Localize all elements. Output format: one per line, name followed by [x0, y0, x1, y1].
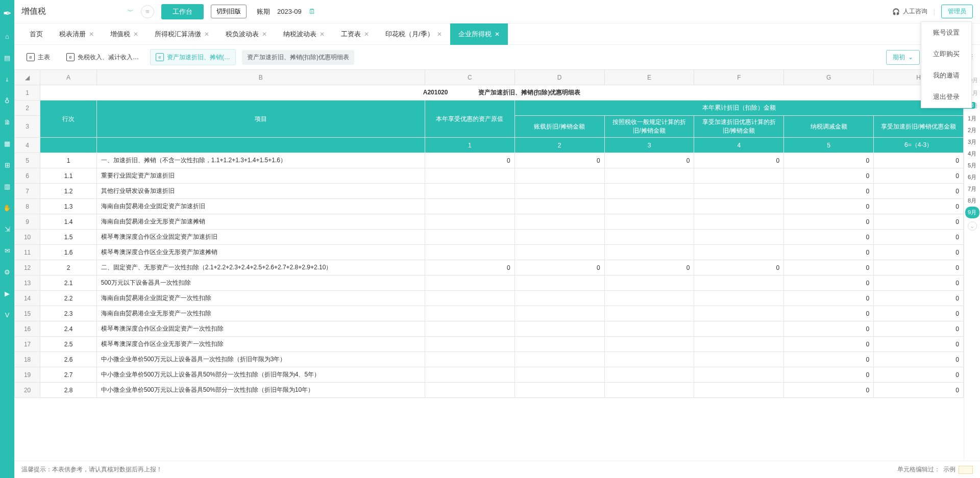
col-header[interactable]: B	[96, 70, 425, 85]
cell[interactable]: 0	[874, 337, 964, 352]
cell[interactable]: 横琴粤澳深度合作区企业无形资产一次性扣除	[96, 337, 425, 352]
ledger-icon[interactable]: ▦	[2, 138, 13, 149]
calc-icon[interactable]: ▥	[2, 181, 13, 192]
tab-印花税（月/季）[interactable]: 印花税（月/季）✕	[377, 23, 450, 45]
cell[interactable]: 0	[874, 230, 964, 245]
row-header[interactable]: 16	[15, 321, 40, 337]
cell[interactable]	[514, 352, 604, 367]
menu-item-account[interactable]: 账号设置	[921, 22, 971, 43]
row-header[interactable]: 3	[15, 116, 40, 138]
close-icon[interactable]: ✕	[495, 31, 500, 38]
row-header[interactable]: 6	[15, 168, 40, 184]
cell[interactable]: 2	[514, 138, 604, 153]
row-header[interactable]: 17	[15, 337, 40, 352]
workbench-button[interactable]: 工作台	[161, 4, 204, 19]
cell[interactable]: 本年累计折旧（扣除）金额	[514, 100, 963, 116]
cell[interactable]: 0	[514, 260, 604, 275]
cell[interactable]: 0	[784, 321, 874, 337]
row-header[interactable]: 5	[15, 153, 40, 168]
cell[interactable]: 0	[784, 367, 874, 383]
menu-item-logout[interactable]: 退出登录	[921, 86, 971, 108]
cell[interactable]	[694, 230, 784, 245]
cell[interactable]	[514, 337, 604, 352]
row-header[interactable]: 19	[15, 367, 40, 383]
cell[interactable]: 横琴粤澳深度合作区企业固定资产加速折旧	[96, 230, 425, 245]
cell[interactable]	[425, 168, 514, 184]
sheet-tab-active[interactable]: e 资产加速折旧、摊销(…	[150, 49, 236, 65]
cell[interactable]: 2.5	[40, 337, 97, 352]
cell[interactable]: 0	[874, 321, 964, 337]
col-header[interactable]: D	[514, 70, 604, 85]
cell[interactable]	[604, 321, 694, 337]
cell[interactable]: 2.2	[40, 291, 97, 306]
cell[interactable]	[425, 245, 514, 260]
row-header[interactable]: 18	[15, 352, 40, 367]
close-icon[interactable]: ✕	[364, 31, 369, 38]
col-header[interactable]: G	[784, 70, 874, 85]
cell[interactable]: 享受加速折旧/摊销优惠金额	[874, 116, 964, 138]
cell[interactable]	[40, 138, 97, 153]
cell[interactable]: 0	[784, 383, 874, 398]
row-header[interactable]: 14	[15, 291, 40, 306]
inbox-icon[interactable]: ✉	[2, 245, 13, 256]
cell[interactable]: 0	[874, 306, 964, 321]
row-header[interactable]: 11	[15, 245, 40, 260]
cell[interactable]: 0	[784, 230, 874, 245]
row-header[interactable]: 10	[15, 230, 40, 245]
month-item[interactable]: 4月	[965, 148, 979, 160]
cell[interactable]: 2.3	[40, 306, 97, 321]
cell[interactable]: 行次	[40, 100, 97, 138]
cell[interactable]	[604, 230, 694, 245]
month-item[interactable]: 8月	[965, 195, 979, 207]
row-header[interactable]: 4	[15, 138, 40, 153]
month-item[interactable]: 2月	[965, 124, 979, 136]
cell[interactable]: 中小微企业单价500万元以上设备器具一次性扣除（折旧年限为3年）	[96, 352, 425, 367]
cell[interactable]	[514, 321, 604, 337]
sheet-tab-main[interactable]: e 主表	[21, 49, 55, 65]
cell[interactable]: 中小微企业单价500万元以上设备器具50%部分一次性扣除（折旧年限为10年）	[96, 383, 425, 398]
gear-icon[interactable]: ⚙	[2, 266, 13, 278]
cell[interactable]	[694, 214, 784, 230]
cell[interactable]	[425, 337, 514, 352]
cell[interactable]: 1.3	[40, 199, 97, 214]
menu-item-buy[interactable]: 立即购买	[921, 43, 971, 65]
close-icon[interactable]: ✕	[437, 31, 442, 38]
export-icon[interactable]: ⇲	[2, 223, 13, 235]
cell[interactable]	[514, 367, 604, 383]
cell[interactable]	[514, 214, 604, 230]
cell[interactable]	[425, 383, 514, 398]
month-item[interactable]: 1月	[965, 113, 979, 124]
cell[interactable]	[604, 306, 694, 321]
cell[interactable]: 海南自由贸易港企业固定资产一次性扣除	[96, 291, 425, 306]
cell[interactable]: 2.7	[40, 367, 97, 383]
sheet-tab-exempt[interactable]: e 免税收入、减计收入…	[61, 49, 144, 65]
cell[interactable]	[514, 230, 604, 245]
cell[interactable]: 0	[874, 291, 964, 306]
menu-item-invite[interactable]: 我的邀请	[921, 65, 971, 86]
cell[interactable]	[604, 245, 694, 260]
cell[interactable]: 项目	[96, 100, 425, 138]
cell[interactable]	[604, 168, 694, 184]
cell[interactable]	[514, 306, 604, 321]
cell[interactable]: 2	[40, 260, 97, 275]
sheet-scroll[interactable]: ◢ A B C D E F G H 1A201020资产加速折旧、摊销(扣除)优…	[14, 69, 964, 461]
cell[interactable]: 1.1	[40, 168, 97, 184]
cell[interactable]: 1.6	[40, 245, 97, 260]
switch-old-button[interactable]: 切到旧版	[211, 5, 247, 18]
col-header[interactable]: C	[425, 70, 514, 85]
cell[interactable]	[425, 291, 514, 306]
cell[interactable]: 1.5	[40, 230, 97, 245]
cell[interactable]: 0	[784, 168, 874, 184]
home-icon[interactable]: ⌂	[2, 31, 13, 42]
cell[interactable]: 二、固定资产、无形资产一次性扣除（2.1+2.2+2.3+2.4+2.5+2.6…	[96, 260, 425, 275]
row-header[interactable]: 9	[15, 214, 40, 230]
cell[interactable]	[604, 214, 694, 230]
cell[interactable]	[514, 383, 604, 398]
cell[interactable]	[425, 199, 514, 214]
cell[interactable]: 0	[694, 260, 784, 275]
cell[interactable]: 0	[604, 260, 694, 275]
cell[interactable]: 中小微企业单价500万元以上设备器具50%部分一次性扣除（折旧年限为4、5年）	[96, 367, 425, 383]
doc-icon[interactable]: ▤	[2, 52, 13, 63]
cell[interactable]	[604, 337, 694, 352]
cell[interactable]: 海南自由贸易港企业固定资产加速折旧	[96, 199, 425, 214]
